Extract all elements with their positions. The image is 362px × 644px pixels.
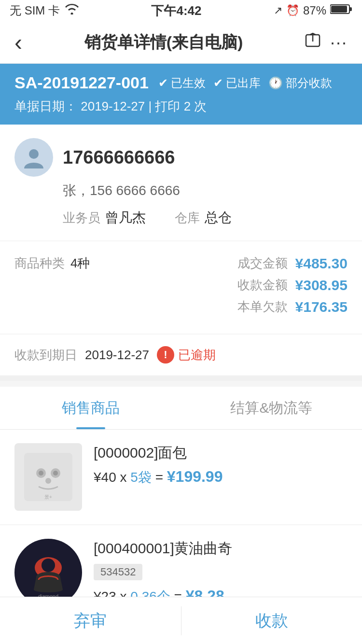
customer-sub-info: 张，156 6666 6666 bbox=[14, 182, 348, 200]
product-price-bread: ¥40 x 5袋 = ¥199.99 bbox=[94, 468, 348, 487]
customer-meta: 业务员 曾凡杰 仓库 总仓 bbox=[14, 209, 348, 227]
debt-amount-row: 本单欠款 ¥176.35 bbox=[237, 298, 348, 315]
due-date-section: 收款到期日 2019-12-27 ! 已逾期 bbox=[0, 335, 362, 375]
overdue-badge: ! 已逾期 bbox=[157, 346, 216, 364]
payment-button[interactable]: 收款 bbox=[181, 597, 362, 644]
battery-icon bbox=[330, 4, 352, 17]
deal-amount-row: 成交金额 ¥485.30 bbox=[237, 255, 348, 272]
status-right: ↗ ⏰ 87% bbox=[274, 4, 352, 17]
section-divider bbox=[0, 376, 362, 381]
product-sku-butter-cookies: 534532 bbox=[94, 564, 142, 580]
customer-section: 17666666666 张，156 6666 6666 业务员 曾凡杰 仓库 总… bbox=[0, 125, 362, 240]
svg-point-15 bbox=[42, 559, 55, 572]
product-type-row: 商品种类 4种 bbox=[14, 255, 90, 272]
nav-actions: ··· bbox=[305, 32, 348, 53]
bottom-bar: 弃审 收款 bbox=[0, 597, 362, 644]
status-effective: ✔ 已生效 bbox=[158, 75, 206, 91]
summary-section: 商品种类 4种 成交金额 ¥485.30 收款金额 ¥308.95 本单欠款 ¥… bbox=[0, 241, 362, 334]
svg-point-5 bbox=[29, 149, 39, 159]
product-item-bread: 景+ [0000002]面包 ¥40 x 5袋 = ¥199.99 bbox=[0, 430, 362, 524]
product-image-bread: 景+ bbox=[14, 443, 82, 511]
status-bar: 无 SIM 卡 下午4:42 ↗ ⏰ 87% bbox=[0, 0, 362, 21]
summary-right: 成交金额 ¥485.30 收款金额 ¥308.95 本单欠款 ¥176.35 bbox=[237, 255, 348, 320]
order-header-row1: SA-20191227-001 ✔ 已生效 ✔ 已出库 🕐 部分收款 bbox=[14, 73, 348, 92]
product-info-butter-cookies: [000400001]黄油曲奇 534532 ¥23 x 0.36个 = ¥8.… bbox=[94, 539, 348, 606]
back-button[interactable]: ‹ bbox=[14, 29, 22, 56]
overdue-icon: ! bbox=[157, 346, 174, 364]
order-date: 单据日期： 2019-12-27 | 打印 2 次 bbox=[14, 98, 348, 115]
more-button[interactable]: ··· bbox=[330, 32, 348, 53]
nav-bar: ‹ 销货单详情(来自电脑) ··· bbox=[0, 21, 362, 64]
product-name-bread: [0000002]面包 bbox=[94, 443, 348, 463]
wifi-icon bbox=[65, 4, 79, 17]
svg-text:景+: 景+ bbox=[44, 494, 52, 500]
share-button[interactable] bbox=[305, 33, 320, 52]
check-icon-2: ✔ bbox=[213, 76, 223, 90]
meta-warehouse: 仓库 总仓 bbox=[175, 209, 232, 227]
order-header: SA-20191227-001 ✔ 已生效 ✔ 已出库 🕐 部分收款 单据日期：… bbox=[0, 64, 362, 125]
summary-left: 商品种类 4种 bbox=[14, 255, 90, 320]
svg-rect-6 bbox=[24, 453, 72, 501]
meta-salesperson: 业务员 曾凡杰 bbox=[63, 209, 146, 227]
status-shipped: ✔ 已出库 bbox=[213, 75, 261, 91]
cancel-review-button[interactable]: 弃审 bbox=[0, 597, 181, 644]
page-title: 销货单详情(来自电脑) bbox=[84, 31, 243, 54]
status-left: 无 SIM 卡 bbox=[10, 3, 79, 18]
product-image-butter-cookies: diamond wholete bbox=[14, 539, 82, 606]
status-badges: ✔ 已生效 ✔ 已出库 🕐 部分收款 bbox=[158, 75, 332, 91]
svg-point-9 bbox=[39, 471, 43, 476]
alarm-icon: ⏰ bbox=[286, 4, 299, 17]
customer-avatar bbox=[14, 138, 53, 177]
customer-row: 17666666666 bbox=[14, 138, 348, 177]
location-icon: ↗ bbox=[274, 4, 282, 17]
svg-point-11 bbox=[45, 478, 51, 484]
product-info-bread: [0000002]面包 ¥40 x 5袋 = ¥199.99 bbox=[94, 443, 348, 487]
status-time: 下午4:42 bbox=[151, 2, 201, 19]
tabs-section: 销售商品 结算&物流等 bbox=[0, 387, 362, 430]
check-icon-1: ✔ bbox=[158, 76, 168, 90]
product-name-butter-cookies: [000400001]黄油曲奇 bbox=[94, 539, 348, 559]
svg-rect-1 bbox=[349, 7, 352, 11]
status-partial-payment: 🕐 部分收款 bbox=[268, 75, 332, 91]
product-list: 景+ [0000002]面包 ¥40 x 5袋 = ¥199.99 bbox=[0, 430, 362, 620]
tab-settlement-logistics[interactable]: 结算&物流等 bbox=[181, 387, 362, 429]
svg-point-10 bbox=[53, 471, 58, 476]
battery-level: 87% bbox=[303, 4, 326, 17]
clock-icon: 🕐 bbox=[268, 76, 283, 90]
carrier-label: 无 SIM 卡 bbox=[10, 3, 60, 18]
customer-phone: 17666666666 bbox=[63, 147, 175, 168]
received-amount-row: 收款金额 ¥308.95 bbox=[237, 277, 348, 294]
order-id: SA-20191227-001 bbox=[14, 73, 149, 92]
overdue-text: 已逾期 bbox=[178, 347, 216, 364]
tabs-row: 销售商品 结算&物流等 bbox=[0, 387, 362, 430]
svg-rect-2 bbox=[331, 6, 347, 13]
tab-sales-products[interactable]: 销售商品 bbox=[0, 387, 181, 429]
